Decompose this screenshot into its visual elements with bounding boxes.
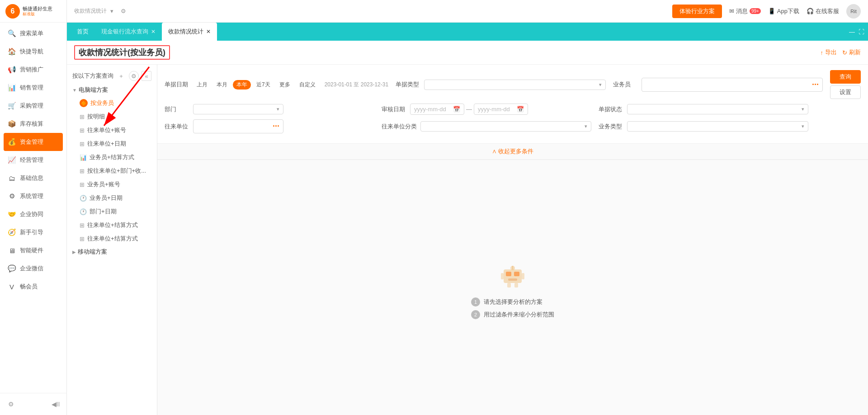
filter-row-3: 往来单位 ··· 往来单位分类 ▾ [165,119,861,133]
date-separator: — [466,106,472,113]
tree-item-unit-settle2[interactable]: ⊞ 往来单位+结算方式 [67,232,157,245]
svg-rect-0 [504,269,522,283]
sidebar-item-wechat[interactable]: 💬 企业微信 [0,259,66,278]
collapse-bar[interactable]: ∧ 收起更多条件 [157,144,868,160]
tree-item-dept-date[interactable]: 🕐 部门+日期 [67,205,157,218]
topbar-settings-icon[interactable]: ⚙ [121,8,126,14]
trial-btn[interactable]: 体验行业方案 [672,5,722,18]
date-tab-last-month[interactable]: 上月 [193,80,211,90]
tree-item-salesperson-account[interactable]: ⊞ 业务员+账号 [67,178,157,191]
tree-item-by-salesperson[interactable]: 🔶 按业务员 [67,96,157,110]
salesperson-select[interactable]: ··· [642,78,823,92]
counterpart-more-btn[interactable]: ··· [273,122,279,131]
tab-minimize-btn[interactable]: — [849,28,855,35]
date-filter-item: 单据日期 上月 本月 本年 近7天 更多 自定义 2023-01-01 至 20… [165,80,388,90]
query-btn[interactable]: 查询 [830,70,861,84]
sidebar-item-search-menu[interactable]: 🔍 搜索菜单 [0,24,66,42]
salesperson-more-btn[interactable]: ··· [812,80,819,90]
tab-maximize-btn[interactable]: ⛶ [859,28,864,35]
step-num-2: 2 [471,310,480,319]
doc-type-select[interactable]: ▾ [424,80,605,90]
sidebar-item-quick-nav[interactable]: 🏠 快捷导航 [0,42,66,61]
tab-close-bank-flow[interactable]: ✕ [151,28,156,35]
counterpart-type-select[interactable]: ▾ [420,121,591,132]
topbar-breadcrumb: 收款情况统计 [74,7,107,15]
service-icon: 🎧 [807,8,814,14]
tree-mobile-header[interactable]: ▶ 移动端方案 [67,245,157,258]
tab-close-receipt-stats[interactable]: ✕ [206,28,211,35]
counterpart-select[interactable]: ··· [193,119,283,133]
refresh-btn[interactable]: ↻ 刷新 [842,48,861,57]
business-type-select[interactable]: ▾ [627,121,808,132]
scheme-settings-btn[interactable]: ⚙ [129,71,139,81]
review-date-label: 审核日期 [382,105,406,113]
sidebar-item-base-info[interactable]: 🗂 基础信息 [0,169,66,187]
tab-home[interactable]: 首页 [71,23,95,41]
sidebar-item-marketing[interactable]: 📢 营销推广 [0,61,66,79]
date-tab-custom[interactable]: 自定义 [296,80,319,90]
sidebar-footer: ⚙ ◀II [0,393,66,415]
sidebar-item-finance[interactable]: 💰 资金管理 [4,133,63,151]
tree-desktop-header[interactable]: ▼ 电脑端方案 [67,84,157,96]
salesperson-filter-item: 业务员 ··· [613,78,823,92]
doc-status-select[interactable]: ▾ [627,104,808,114]
date-tab-this-month[interactable]: 本月 [213,80,231,90]
unit-account-icon: ⊞ [80,127,85,134]
date-tab-more[interactable]: 更多 [276,80,294,90]
sidebar-item-system[interactable]: ⚙ 系统管理 [0,187,66,205]
home-icon: 🏠 [7,47,16,56]
tree-item-salesperson-date[interactable]: 🕐 业务员+日期 [67,191,157,205]
sidebar-item-operations[interactable]: 📈 经营管理 [0,151,66,169]
add-scheme-btn[interactable]: + [116,71,126,81]
collapse-panel-btn[interactable]: « [142,71,151,81]
empty-state: 1 请先选择要分析的方案 2 用过滤条件来缩小分析范围 [157,160,868,415]
export-btn[interactable]: ↑ 导出 [821,48,837,57]
tree-item-salesperson-settle[interactable]: 📊 业务员+结算方式 [67,151,157,164]
left-panel-header: 按以下方案查询 + ⚙ « [67,68,157,84]
app-logo: 6 畅捷通好生意 标准版 [0,0,66,23]
tab-bank-flow[interactable]: 现金银行流水查询 ✕ [95,23,162,41]
doc-type-filter-item: 单据类型 ▾ [396,80,605,90]
dept-select[interactable]: ▾ [193,104,283,114]
review-date-group: yyyy-mm-dd 📅 — yyyy-mm-dd 📅 [410,104,528,115]
sidebar-item-inventory[interactable]: 📦 库存核算 [0,115,66,133]
tree-item-unit-date[interactable]: ⊞ 往来单位+日期 [67,137,157,151]
sidebar-item-sales[interactable]: 📊 销售管理 [0,79,66,97]
tab-receipt-stats[interactable]: 收款情况统计 ✕ [162,23,217,41]
tree-item-unit-dept-receipt[interactable]: ⊞ 按往来单位+部门+收... [67,164,157,178]
detail-icon: ⊞ [80,113,85,120]
app-download-btn[interactable]: 📱 App下载 [768,7,799,15]
sidebar-item-hardware[interactable]: 🖥 智能硬件 [0,241,66,259]
tree-item-unit-account[interactable]: ⊞ 往来单位+账号 [67,123,157,137]
user-avatar[interactable]: Rit [846,4,861,19]
message-btn[interactable]: ✉ 消息 99+ [729,7,761,15]
footer-settings-btn[interactable]: ⚙ [4,397,18,411]
review-date-to[interactable]: yyyy-mm-dd 📅 [474,104,528,115]
inventory-icon: 📦 [7,119,16,128]
unit-date-icon: ⊞ [80,141,85,147]
sidebar-item-guide[interactable]: 🧭 新手引导 [0,223,66,241]
sidebar-item-enterprise[interactable]: 🤝 企业协同 [0,205,66,223]
settings-btn[interactable]: 设置 [830,85,861,99]
footer-collapse-btn[interactable]: ◀II [48,397,63,411]
topbar-dropdown-icon[interactable]: ▾ [110,8,113,14]
tree-item-by-detail[interactable]: ⊞ 按明细 [67,110,157,123]
date-tab-this-year[interactable]: 本年 [233,80,251,90]
dept-chevron: ▾ [277,106,279,112]
doc-type-chevron: ▾ [599,82,602,88]
sidebar-item-member[interactable]: V 畅会员 [0,278,66,296]
sidebar-item-purchase[interactable]: 🛒 采购管理 [0,97,66,115]
svg-rect-9 [514,283,518,288]
finance-icon: 💰 [7,137,16,146]
date-tabs: 上月 本月 本年 近7天 更多 自定义 [193,80,319,90]
tree-item-unit-settle1[interactable]: ⊞ 往来单位+结算方式 [67,218,157,232]
dept-label: 部门 [165,105,189,113]
page-header: 收款情况统计(按业务员) ↑ 导出 ↻ 刷新 [67,41,868,65]
date-tab-7days[interactable]: 近7天 [253,80,274,90]
svg-rect-2 [514,272,519,276]
online-service-btn[interactable]: 🎧 在线客服 [807,7,839,15]
review-date-from[interactable]: yyyy-mm-dd 📅 [410,104,464,115]
doc-type-label: 单据类型 [396,80,420,89]
right-content: 单据日期 上月 本月 本年 近7天 更多 自定义 2023-01-01 至 20… [157,65,868,415]
calendar-icon-from: 📅 [453,106,460,113]
